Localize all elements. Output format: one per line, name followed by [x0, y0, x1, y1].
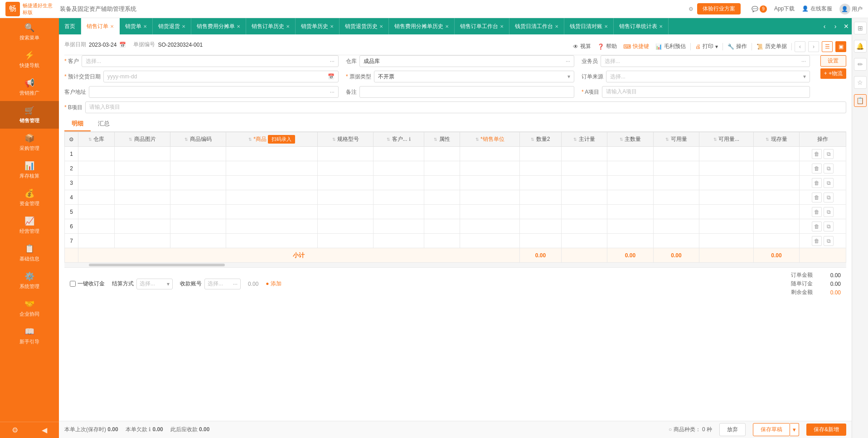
row-2-main-qty[interactable] [607, 161, 653, 176]
row-2-customer-code[interactable] [373, 161, 424, 176]
tab-sales-stats[interactable]: 销售订单统计表 ✕ [614, 18, 669, 34]
right-panel-icon-1[interactable]: ⊞ [854, 22, 867, 34]
row-2-qty2[interactable] [519, 161, 561, 176]
nav-close-all[interactable]: ✕ [841, 18, 852, 34]
tab-sales-expense-close[interactable]: ✕ [237, 24, 240, 29]
row-1-stock[interactable] [753, 147, 799, 161]
row-2-main-unit[interactable] [561, 161, 607, 176]
row-2-attr[interactable] [424, 161, 460, 176]
tab-sales-expense[interactable]: 销售费用分摊单 ✕ [191, 18, 246, 34]
sidebar-item-purchase[interactable]: 📦 采购管理 [0, 129, 59, 156]
profit-btn[interactable]: 📊 毛利预估 [654, 42, 688, 51]
row-3-delete-btn[interactable]: 🗑 [812, 178, 822, 188]
add-material-btn[interactable]: + +物流 [820, 68, 846, 79]
sort-icon-code[interactable]: ⇅ [184, 137, 188, 142]
discard-button[interactable]: 放弃 [719, 423, 746, 436]
sort-icon-image[interactable]: ⇅ [129, 137, 132, 142]
row-2-spec[interactable] [318, 161, 373, 176]
save-draft-arrow-btn[interactable]: ▾ [790, 423, 799, 436]
row-4-delete-btn[interactable]: 🗑 [812, 193, 822, 202]
warehouse-input[interactable]: 成品库 ··· [359, 55, 574, 67]
sort-icon-spec[interactable]: ⇅ [332, 137, 336, 142]
receipt-account-select[interactable]: 选择... ··· [204, 279, 241, 289]
one-click-checkout-checkbox[interactable]: 一键收订金 [70, 280, 105, 288]
row-1-attr[interactable] [424, 147, 460, 161]
row-4-copy-btn[interactable]: ⧉ [824, 193, 834, 202]
current-due-help[interactable]: ℹ [149, 426, 151, 433]
sidebar-item-sales[interactable]: 🛒 销售管理 [0, 101, 59, 129]
sidebar-item-marketing[interactable]: 📢 营销推广 [0, 73, 59, 101]
row-1-code[interactable] [170, 147, 226, 161]
tab-cash-workbench[interactable]: 钱货日清工作台 ✕ [509, 18, 564, 34]
tab-expense-history[interactable]: 销售费用分摊单历史 ✕ [389, 18, 455, 34]
nav-next-page-btn[interactable]: › [808, 41, 819, 52]
delivery-date-input[interactable]: yyyy-mm-dd 📅 [103, 71, 339, 82]
tab-sales-bill[interactable]: 销货单 ✕ [120, 18, 153, 34]
sort-icon-product[interactable]: ⇅ [248, 137, 252, 142]
customer-input[interactable]: 选择... ··· [82, 55, 339, 67]
row-6-delete-btn[interactable]: 🗑 [812, 221, 822, 231]
right-panel-icon-2[interactable]: 🔔 [854, 40, 867, 53]
right-panel-icon-4[interactable]: ☆ [854, 76, 867, 89]
payment-method-select[interactable]: 选择... ▾ [136, 279, 173, 289]
sidebar-collapse-icon[interactable]: ◀ [42, 426, 47, 434]
row-1-main-qty[interactable] [607, 147, 653, 161]
online-support-link[interactable]: 👤 在线客服 [802, 5, 832, 13]
row-2-stock[interactable] [753, 161, 799, 176]
right-panel-icon-3[interactable]: ✏ [854, 58, 867, 71]
view-calc-btn[interactable]: 👁 视算 [571, 42, 593, 51]
sidebar-item-operations[interactable]: 📈 经营管理 [0, 212, 59, 239]
right-panel-icon-5[interactable]: 📋 [854, 94, 867, 107]
sort-icon-unit[interactable]: ⇅ [475, 137, 479, 142]
row-3-warehouse[interactable] [78, 176, 115, 190]
sidebar-settings-icon[interactable]: ⚙ [12, 426, 18, 434]
sort-icon-stock[interactable]: ⇅ [766, 137, 769, 142]
list-view-btn[interactable]: ☰ [822, 41, 833, 52]
tab-home[interactable]: 首页 [59, 18, 81, 34]
sort-icon-available2[interactable]: ⇅ [713, 137, 717, 142]
tab-sales-bill-close[interactable]: ✕ [143, 24, 147, 29]
row-3-copy-btn[interactable]: ⧉ [824, 178, 834, 188]
row-5-delete-btn[interactable]: 🗑 [812, 207, 822, 217]
industry-button[interactable]: 体验行业方案 [697, 3, 741, 14]
app-download-link[interactable]: App下载 [774, 5, 795, 13]
tab-cash-workbench-close[interactable]: ✕ [555, 24, 558, 29]
nav-next-arrow[interactable]: › [830, 18, 841, 34]
sort-icon-customer-code[interactable]: ⇅ [387, 137, 390, 142]
sort-icon-warehouse[interactable]: ⇅ [88, 137, 92, 142]
settings-col-icon[interactable]: ⚙ [69, 136, 74, 143]
sidebar-item-inventory[interactable]: 📊 库存核算 [0, 156, 59, 184]
tab-sales-order-close[interactable]: ✕ [110, 24, 114, 29]
row-1-available[interactable] [653, 147, 699, 161]
row-1-warehouse[interactable] [78, 147, 115, 161]
message-icon[interactable]: 💬 9 [752, 5, 767, 13]
tab-cash-reconcile-close[interactable]: ✕ [604, 24, 608, 29]
salesperson-dots[interactable]: ··· [801, 58, 806, 64]
detail-tab-summary[interactable]: 汇总 [91, 117, 117, 131]
tab-sales-return-close[interactable]: ✕ [182, 24, 185, 29]
invoice-type-select[interactable]: 不开票 ▾ [374, 71, 574, 82]
one-click-checkout-check[interactable] [70, 281, 76, 287]
tab-sales-return[interactable]: 销货退货 ✕ [153, 18, 191, 34]
operate-btn[interactable]: 🔧 操作 [726, 42, 749, 51]
address-dots[interactable]: ··· [330, 89, 335, 95]
save-new-button[interactable]: 保存&新增 [806, 424, 846, 436]
row-2-sales-unit[interactable] [460, 161, 520, 176]
sidebar-item-quicknav[interactable]: ⚡ 快捷导航 [0, 46, 59, 73]
row-1-copy-btn[interactable]: ⧉ [824, 149, 834, 159]
sidebar-item-base-info[interactable]: 📋 基础信息 [0, 239, 59, 267]
tab-sales-order-history[interactable]: 销售订单历史 ✕ [246, 18, 296, 34]
b-project-input[interactable]: 请输入B项目 [85, 101, 846, 113]
tab-sales-stats-close[interactable]: ✕ [659, 24, 663, 29]
sidebar-item-finance[interactable]: 💰 资金管理 [0, 184, 59, 212]
sort-icon-attr[interactable]: ⇅ [434, 137, 437, 142]
form-view-btn[interactable]: ▣ [835, 41, 846, 52]
salesperson-input[interactable]: 选择... ··· [601, 55, 810, 67]
tab-order-workbench-close[interactable]: ✕ [500, 24, 504, 29]
row-1-qty2[interactable] [519, 147, 561, 161]
customer-code-help-icon[interactable]: ℹ [409, 136, 411, 142]
scroll-indicator[interactable] [64, 263, 846, 267]
order-source-select[interactable]: 选择... ▾ [606, 71, 810, 82]
user-avatar[interactable]: 👤 用户 [839, 4, 863, 14]
tab-return-history[interactable]: 销货退货历史 ✕ [339, 18, 389, 34]
